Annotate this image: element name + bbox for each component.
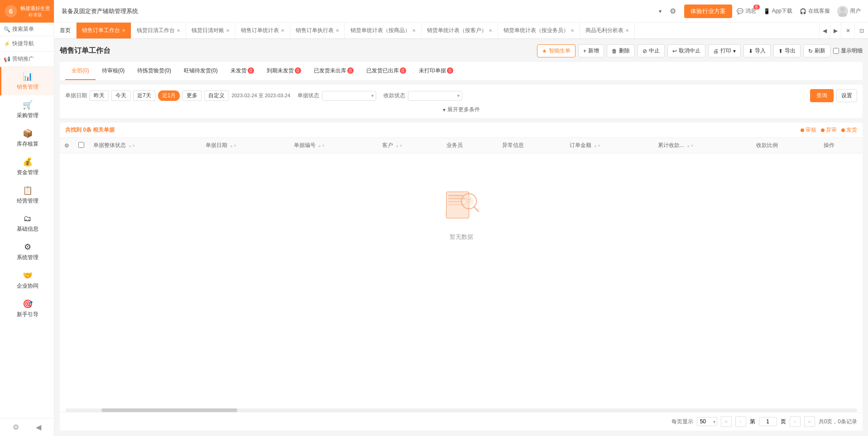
scrollbar-thumb[interactable] — [101, 408, 237, 412]
payment-select[interactable] — [408, 91, 462, 101]
stop-button[interactable]: ⊘ 中止 — [638, 44, 665, 57]
delete-button[interactable]: 🗑 删除 — [607, 44, 635, 57]
date-btn-custom[interactable]: 自定义 — [204, 90, 229, 101]
tab-sales-stats-close[interactable]: ✕ — [281, 28, 284, 33]
tab-scroll-left[interactable]: ◀ — [819, 23, 830, 39]
expand-more-btn[interactable]: ▾ 展开更多条件 — [443, 106, 480, 114]
tab-sales-workbench-close[interactable]: ✕ — [122, 28, 125, 33]
next-page-btn[interactable]: › — [790, 416, 801, 427]
sidebar-item-search[interactable]: 🔍 搜索菜单 — [0, 23, 54, 36]
message-icon: 💬 — [737, 8, 743, 14]
online-service-btn[interactable]: 🎧 在线客服 — [800, 7, 830, 15]
batch-review-btn[interactable]: 审核 — [801, 126, 816, 134]
query-button[interactable]: 查询 — [810, 89, 834, 102]
shipped-out-badge: 0 — [400, 67, 406, 74]
tab-cash-daily[interactable]: 钱货日清工作台 ✕ — [131, 23, 186, 39]
tab-home[interactable]: 首页 — [54, 23, 77, 39]
operation-icon: 📋 — [23, 185, 33, 195]
cancel-stop-button[interactable]: ↩ 取消中止 — [667, 44, 705, 57]
tab-cash-reconcile[interactable]: 钱货日清对账 ✕ — [186, 23, 235, 39]
sidebar-item-newbie[interactable]: 🎯 新手引导 — [0, 294, 54, 323]
new-button[interactable]: + 新增 — [578, 44, 604, 57]
industry-solution-button[interactable]: 体验行业方案 — [684, 5, 732, 18]
tab-cargo-stats-product[interactable]: 销货单统计表（按商品） ✕ — [345, 23, 422, 39]
batch-ship-btn[interactable]: 发货 — [841, 126, 857, 134]
filter-settings-button[interactable]: 设置 — [836, 89, 857, 102]
avatar — [837, 6, 848, 17]
date-btn-yesterday[interactable]: 昨天 — [90, 90, 109, 101]
filter-tab-all[interactable]: 全部(0) — [65, 62, 96, 80]
user-menu-btn[interactable]: 用户 — [837, 6, 861, 17]
show-detail-input[interactable] — [833, 48, 839, 54]
sidebar-item-purchase[interactable]: 🛒 采购管理 — [0, 95, 54, 124]
sidebar-item-operation[interactable]: 📋 经营管理 — [0, 181, 54, 209]
filter-tab-wangpu[interactable]: 旺铺待发货(0) — [177, 62, 224, 80]
tab-expand[interactable]: ⊡ — [854, 23, 868, 39]
refresh-button[interactable]: ↻ 刷新 — [803, 44, 830, 57]
tab-product-margin[interactable]: 商品毛利分析表 ✕ — [580, 23, 635, 39]
date-btn-today[interactable]: 今天 — [111, 90, 130, 101]
sidebar-item-finance[interactable]: 💰 资金管理 — [0, 152, 54, 181]
tab-sales-execute-close[interactable]: ✕ — [336, 28, 339, 33]
tab-sales-workbench[interactable]: 销售订单工作台 ✕ — [77, 23, 131, 39]
sort-date-icon[interactable]: ▲▼ — [230, 145, 237, 147]
sort-collected-icon[interactable]: ▲▼ — [686, 145, 694, 147]
filter-tab-shipped-not-warehoused[interactable]: 已发货未出库 0 — [307, 62, 360, 80]
sidebar-item-enterprise[interactable]: 🤝 企业协同 — [0, 266, 54, 294]
sort-amount-icon[interactable]: ▲▼ — [594, 145, 601, 147]
show-detail-checkbox[interactable]: 显示明细 — [833, 47, 863, 55]
app-download-btn[interactable]: 📱 App下载 — [763, 7, 792, 15]
collapse-icon[interactable]: ◀ — [36, 423, 41, 431]
sidebar-item-system[interactable]: ⚙ 系统管理 — [0, 237, 54, 266]
col-settings[interactable]: ⚙ — [60, 138, 74, 153]
tab-close-all[interactable]: ✕ — [841, 23, 854, 39]
message-btn[interactable]: 💬 消息 6 — [737, 7, 756, 15]
filter-tab-pending-review[interactable]: 待审核(0) — [96, 62, 131, 80]
print-button[interactable]: 🖨 打印 ▾ — [708, 44, 741, 57]
horizontal-scrollbar[interactable] — [65, 408, 857, 412]
tab-cash-reconcile-close[interactable]: ✕ — [226, 28, 230, 33]
filter-tab-not-printed[interactable]: 未打印单据 0 — [412, 62, 460, 80]
smart-create-button[interactable]: ★ 智能生单 — [537, 44, 575, 57]
status-select[interactable] — [322, 91, 376, 101]
page-input[interactable] — [759, 417, 777, 426]
settings-bottom-icon[interactable]: ⚙ — [13, 423, 19, 431]
date-range-display: 2023-02-24 至 2023-03-24 — [231, 92, 290, 99]
filter-tab-expired[interactable]: 到期未发货 0 — [260, 62, 307, 80]
sort-status-icon[interactable]: ▲▼ — [128, 145, 135, 147]
select-all-checkbox[interactable] — [78, 142, 84, 148]
batch-unreviewed-btn[interactable]: 弃审 — [821, 126, 837, 134]
topbar-settings-btn[interactable]: ⚙ — [666, 5, 680, 18]
tab-sales-stats[interactable]: 销售订单统计表 ✕ — [235, 23, 290, 39]
tab-cargo-stats-staff[interactable]: 销货单统计表（按业务员） ✕ — [498, 23, 580, 39]
export-button[interactable]: ⬆ 导出 — [773, 44, 801, 57]
sidebar-item-sales[interactable]: 📊 销售管理 — [0, 67, 54, 95]
sort-number-icon[interactable]: ▲▼ — [318, 145, 325, 147]
filter-tab-shipped-out[interactable]: 已发货已出库 0 — [360, 62, 412, 80]
system-dropdown[interactable]: ▾ — [659, 8, 662, 14]
filter-not-printed-label: 未打印单据 — [419, 67, 446, 75]
tab-cash-daily-close[interactable]: ✕ — [177, 28, 180, 33]
import-button[interactable]: ⬇ 导入 — [743, 44, 771, 57]
page-size-select[interactable]: 50 10 20 100 — [697, 417, 717, 426]
sidebar-item-quicknav[interactable]: ⚡ 快捷导航 — [0, 36, 54, 52]
tab-cargo-stats-product-close[interactable]: ✕ — [412, 28, 416, 33]
tab-cargo-stats-customer[interactable]: 销货单统计表（按客户） ✕ — [422, 23, 498, 39]
filter-tab-not-shipped[interactable]: 未发货 0 — [224, 62, 260, 80]
first-page-btn[interactable]: « — [721, 416, 732, 427]
date-btn-last7[interactable]: 近7天 — [133, 90, 155, 101]
tab-product-margin-close[interactable]: ✕ — [625, 28, 629, 33]
sidebar-item-inventory[interactable]: 📦 库存核算 — [0, 124, 54, 152]
date-btn-last1m[interactable]: 近1月 — [158, 90, 180, 101]
tab-scroll-right[interactable]: ▶ — [830, 23, 841, 39]
last-page-btn[interactable]: » — [804, 416, 815, 427]
tab-sales-execute[interactable]: 销售订单执行表 ✕ — [290, 23, 345, 39]
tab-cargo-stats-customer-close[interactable]: ✕ — [489, 28, 492, 33]
tab-cargo-stats-staff-close[interactable]: ✕ — [571, 28, 574, 33]
sidebar-item-basic[interactable]: 🗂 基础信息 — [0, 209, 54, 237]
sort-customer-icon[interactable]: ▲▼ — [395, 145, 403, 147]
prev-page-btn[interactable]: ‹ — [735, 416, 746, 427]
filter-tab-pending-inspect[interactable]: 待拣货验货(0) — [131, 62, 177, 80]
sidebar-item-marketing[interactable]: 📢 营销推广 — [0, 52, 54, 67]
date-btn-more[interactable]: 更多 — [182, 90, 201, 101]
